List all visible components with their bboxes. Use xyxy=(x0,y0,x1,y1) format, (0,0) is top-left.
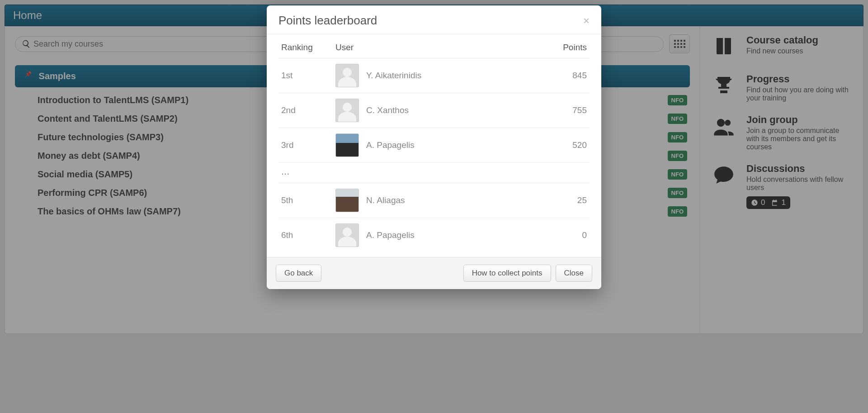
user-name: C. Xanthos xyxy=(366,105,409,115)
modal-title: Points leaderboard xyxy=(278,14,377,28)
separator-text: ... xyxy=(278,163,590,183)
points-cell: 520 xyxy=(535,128,590,163)
separator-row: ... xyxy=(278,163,590,183)
go-back-button[interactable]: Go back xyxy=(276,265,321,282)
avatar xyxy=(335,99,359,122)
modal-body: Ranking User Points 1st Y. Aikaterinidis… xyxy=(267,34,601,257)
table-row: 2nd C. Xanthos 755 xyxy=(278,93,590,128)
close-button[interactable]: Close xyxy=(556,265,592,282)
rank-cell: 2nd xyxy=(278,93,333,128)
how-to-collect-button[interactable]: How to collect points xyxy=(463,265,551,282)
leaderboard-modal: Points leaderboard × Ranking User Points… xyxy=(267,5,601,289)
avatar xyxy=(335,189,359,212)
col-ranking: Ranking xyxy=(278,37,333,58)
modal-footer: Go back How to collect points Close xyxy=(267,257,601,289)
points-cell: 755 xyxy=(535,93,590,128)
close-icon[interactable]: × xyxy=(583,15,590,26)
rank-cell: 1st xyxy=(278,58,333,93)
col-user: User xyxy=(333,37,535,58)
col-points: Points xyxy=(535,37,590,58)
points-cell: 845 xyxy=(535,58,590,93)
table-row: 6th A. Papagelis 0 xyxy=(278,218,590,253)
user-name: Y. Aikaterinidis xyxy=(366,71,421,81)
table-row: 1st Y. Aikaterinidis 845 xyxy=(278,58,590,93)
points-cell: 25 xyxy=(535,183,590,218)
avatar xyxy=(335,64,359,87)
points-cell: 0 xyxy=(535,218,590,253)
user-name: N. Aliagas xyxy=(366,195,405,205)
user-name: A. Papagelis xyxy=(366,230,415,240)
rank-cell: 5th xyxy=(278,183,333,218)
modal-header: Points leaderboard × xyxy=(267,5,601,34)
table-row: 3rd A. Papagelis 520 xyxy=(278,128,590,163)
rank-cell: 3rd xyxy=(278,128,333,163)
avatar xyxy=(335,223,359,247)
rank-cell: 6th xyxy=(278,218,333,253)
table-row: 5th N. Aliagas 25 xyxy=(278,183,590,218)
user-name: A. Papagelis xyxy=(366,140,415,150)
leaderboard-table: Ranking User Points 1st Y. Aikaterinidis… xyxy=(278,37,590,252)
avatar xyxy=(335,133,359,157)
